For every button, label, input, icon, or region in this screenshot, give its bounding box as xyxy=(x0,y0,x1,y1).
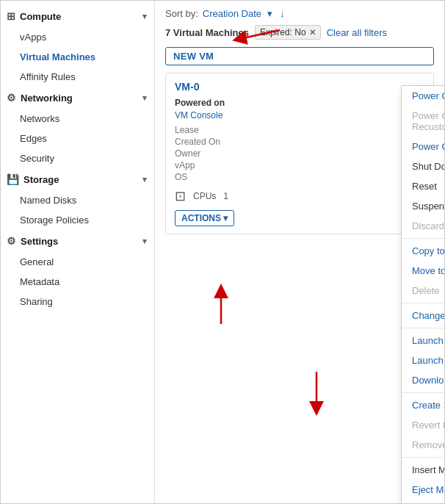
sidebar-item-general[interactable]: General xyxy=(1,252,154,272)
menu-item-remove-snapshot: Remove Snapshot xyxy=(402,435,445,455)
menu-item-discard-suspend: Discard suspended state xyxy=(402,216,445,236)
filter-tag-close-icon[interactable]: ✕ xyxy=(309,28,316,37)
main-content: Sort by: Creation Date ▾ ↓ 7 Virtual Mac… xyxy=(155,1,444,503)
sidebar-item-named-disks[interactable]: Named Disks xyxy=(1,190,154,210)
sidebar-item-virtual-machines[interactable]: Virtual Machines xyxy=(1,47,154,67)
clear-filters-link[interactable]: Clear all filters xyxy=(327,27,387,38)
menu-item-install-vmware-tools[interactable]: Install VMware Tools xyxy=(402,500,445,504)
sidebar: ⊞ Compute ▾ vApps Virtual Machines Affin… xyxy=(1,1,155,504)
vm-details-grid: Lease Created On Owner vApp OS xyxy=(175,125,424,182)
sidebar-item-sharing[interactable]: Sharing xyxy=(1,292,154,312)
sidebar-section-compute[interactable]: ⊞ Compute ▾ xyxy=(1,5,154,27)
menu-divider xyxy=(402,457,445,458)
compute-chevron-icon: ▾ xyxy=(142,12,147,21)
vm-card-header: VM-0 xyxy=(175,81,424,93)
menu-item-power-on[interactable]: Power On xyxy=(402,86,445,106)
sidebar-section-settings-label: Settings xyxy=(21,236,58,247)
vm-cpu-row: ⊡ CPUs 1 xyxy=(175,188,424,204)
menu-divider xyxy=(402,238,445,239)
menu-item-insert-media[interactable]: Insert Media xyxy=(402,460,445,480)
menu-item-delete: Delete xyxy=(402,281,445,300)
settings-icon: ⚙ xyxy=(7,235,16,247)
vm-detail-owner: Owner xyxy=(175,148,296,159)
sidebar-item-security[interactable]: Security xyxy=(1,148,154,168)
vm-console-link[interactable]: VM Console xyxy=(175,110,222,120)
menu-item-change-owner[interactable]: Change Owner xyxy=(402,306,445,325)
menu-item-launch-web-console[interactable]: Launch Web Console xyxy=(402,331,445,350)
sidebar-section-networking[interactable]: ⚙ Networking ▾ xyxy=(1,87,154,109)
sidebar-item-metadata[interactable]: Metadata xyxy=(1,272,154,292)
menu-divider xyxy=(402,328,445,328)
menu-divider xyxy=(402,303,445,303)
menu-item-copy-to[interactable]: Copy to xyxy=(402,241,445,261)
menu-item-power-on-force: Power On and Force Recustomization xyxy=(402,106,445,137)
menu-item-move-to[interactable]: Move to xyxy=(402,261,445,281)
sidebar-section-compute-label: Compute xyxy=(20,11,61,22)
sidebar-section-storage-label: Storage xyxy=(23,174,59,185)
sidebar-item-affinity-rules[interactable]: Affinity Rules xyxy=(1,67,154,87)
vm-detail-created-on: Created On xyxy=(175,137,296,147)
networking-icon: ⚙ xyxy=(7,92,16,104)
sort-value[interactable]: Creation Date xyxy=(203,8,261,19)
filter-tag-label: Expired: No xyxy=(260,27,306,37)
sidebar-item-networks[interactable]: Networks xyxy=(1,109,154,129)
sidebar-item-vapps[interactable]: vApps xyxy=(1,27,154,47)
actions-label: ACTIONS xyxy=(181,213,221,223)
menu-item-create-snapshot[interactable]: Create Snapshot xyxy=(402,395,445,415)
sort-label: Sort by: xyxy=(165,8,198,19)
new-vm-button[interactable]: NEW VM xyxy=(165,47,434,65)
sort-dropdown-icon[interactable]: ▾ xyxy=(267,8,272,19)
sidebar-item-edges[interactable]: Edges xyxy=(1,129,154,148)
vm-status: Powered on xyxy=(175,98,225,108)
vm-detail-vapp: vApp xyxy=(175,160,296,170)
compute-grid-icon: ⊞ xyxy=(7,10,15,22)
filter-row: 7 Virtual Machines Expired: No ✕ Clear a… xyxy=(165,25,434,40)
vm-status-row: Powered on xyxy=(175,97,424,108)
vm-cpu-label: CPUs xyxy=(193,191,216,201)
sidebar-section-settings[interactable]: ⚙ Settings ▾ xyxy=(1,230,154,252)
menu-divider xyxy=(402,392,445,393)
cpu-icon: ⊡ xyxy=(175,188,186,204)
vm-count: 7 Virtual Machines xyxy=(165,27,249,38)
menu-item-revert-snapshot: Revert to Snapshot xyxy=(402,415,445,435)
vm-detail-lease: Lease xyxy=(175,125,296,135)
context-menu: Power OnPower On and Force Recustomizati… xyxy=(401,85,445,504)
networking-chevron-icon: ▾ xyxy=(142,93,147,103)
menu-item-reset[interactable]: Reset xyxy=(402,176,445,196)
storage-chevron-icon: ▾ xyxy=(142,175,147,184)
filter-tag-expired: Expired: No ✕ xyxy=(255,25,321,40)
sidebar-section-storage[interactable]: 💾 Storage ▾ xyxy=(1,168,154,190)
vm-detail-os: OS xyxy=(175,172,296,182)
vm-cpu-value: 1 xyxy=(223,191,228,201)
menu-item-launch-remote-console[interactable]: Launch VM Remote Console xyxy=(402,350,445,370)
actions-button[interactable]: ACTIONS ▾ xyxy=(175,210,234,226)
settings-chevron-icon: ▾ xyxy=(142,237,147,246)
menu-item-power-off[interactable]: Power Off xyxy=(402,137,445,156)
menu-item-eject-media[interactable]: Eject Media xyxy=(402,480,445,500)
vm-name[interactable]: VM-0 xyxy=(175,81,199,93)
sort-direction-icon[interactable]: ↓ xyxy=(280,8,285,19)
sort-toolbar: Sort by: Creation Date ▾ ↓ xyxy=(165,8,434,19)
menu-item-download-vmrc[interactable]: Download VMRC xyxy=(402,370,445,390)
actions-chevron-icon: ▾ xyxy=(223,213,228,223)
menu-item-suspend[interactable]: Suspend xyxy=(402,196,445,216)
storage-icon: 💾 xyxy=(7,173,19,185)
menu-item-shutdown[interactable]: Shut Down Guest OS xyxy=(402,156,445,176)
sidebar-item-storage-policies[interactable]: Storage Policies xyxy=(1,210,154,230)
vm-card: VM-0 Powered on VM Console Lease Created… xyxy=(165,73,434,234)
sidebar-section-networking-label: Networking xyxy=(21,93,73,104)
